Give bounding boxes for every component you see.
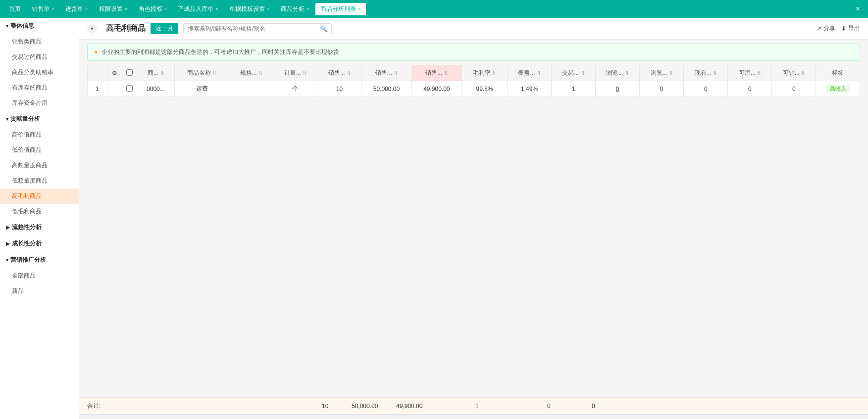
col-unit[interactable]: 计量... ⇅ [273,65,317,81]
cell-index: 1 [88,81,107,97]
close-all-button[interactable]: × [852,4,864,13]
sidebar-item-low-margin[interactable]: 低毛利商品 [0,204,79,219]
col-transaction[interactable]: 交易... ⇅ [552,65,596,81]
info-bar: ✦ 企业的主要的利润都是这部分商品创造的，可考虑加大推广，同时关注库存是不要出现… [87,44,860,61]
sidebar-item-high-freq[interactable]: 高频量度商品 [0,158,79,173]
col-name[interactable]: 商品名称 ⇅ [174,65,229,81]
close-analysis-tab[interactable]: × [306,6,309,12]
col-coverage[interactable]: 覆盖... ⇅ [508,65,552,81]
content-area: « 高毛利商品 近一月 🔍 ↗ 分享 ⬇ 导出 ✦ 企业的主要的利润都是这部 [79,18,868,419]
nav-tab-analysis-list[interactable]: 商品分析列表 × [315,3,366,15]
close-sales-tab[interactable]: × [51,6,54,12]
cell-spec [229,81,273,97]
col-saleable-stock[interactable]: 可销... ⇅ [772,65,816,81]
sidebar-items-contribution: 高价值商品 低价值商品 高频量度商品 低频量度商品 高毛利商品 低毛利商品 [0,127,79,219]
col-settings[interactable]: ⚙ [107,65,122,81]
cell-sales-amount: 50,000.00 [361,81,411,97]
sort-icon-views1: ⇅ [625,70,629,76]
sidebar-item-category-rate[interactable]: 商品分类助销率 [0,65,79,80]
sidebar-items-marketing: 全部商品 新品 [0,268,79,299]
close-permission-tab[interactable]: × [125,6,128,12]
nav-tab-template[interactable]: 单据模板设置 × [224,3,275,15]
col-sales-profit[interactable]: 销售... ⇅ [411,65,461,81]
search-icon[interactable]: 🔍 [320,25,327,32]
top-navigation: 首页 销售单 × 进货单 × 权限设置 × 角色授权 × 产成品入库单 × 单据… [0,0,868,18]
col-spec[interactable]: 规格... ⇅ [229,65,273,81]
close-product-in-tab[interactable]: × [215,6,218,12]
cell-unit: 个 [273,81,317,97]
footer-cells: 10 50,000.00 49,900.00 1 0 0 [110,403,860,410]
footer-transaction: 1 [427,403,526,410]
sidebar-item-low-freq[interactable]: 低频量度商品 [0,173,79,188]
col-current-stock[interactable]: 现有... ⇅ [684,65,728,81]
nav-tab-permission[interactable]: 权限设置 × [94,3,133,15]
nav-tab-home[interactable]: 首页 [4,3,26,15]
arrow-icon: ▾ [6,23,8,29]
cell-available-stock: 0 [728,81,772,97]
close-analysis-list-tab[interactable]: × [358,6,361,12]
sidebar-group-overview[interactable]: ▾ 整体信息 [0,18,79,34]
sidebar-group-trend[interactable]: ▶ 流趋性分析 [0,219,79,235]
cell-tag: 高收入 [816,81,860,97]
cell-current-stock: 0 [684,81,728,97]
sidebar-item-all-goods[interactable]: 全部商品 [0,268,79,283]
tag-badge: 高收入 [827,85,849,93]
sort-icon-unit: ⇅ [303,70,306,76]
close-role-tab[interactable]: × [164,6,167,12]
nav-tab-sales[interactable]: 销售单 × [27,3,59,15]
share-button[interactable]: ↗ 分享 [817,24,835,33]
sidebar-item-new-goods[interactable]: 新品 [0,283,79,299]
horizontal-scrollbar[interactable] [79,414,868,419]
col-code[interactable]: 商... ⇅ [137,65,175,81]
cell-views1[interactable]: 0 [596,81,640,97]
sort-icon-spec: ⇅ [258,70,262,76]
sort-icon-name: ⇅ [212,70,216,76]
col-sales-amount[interactable]: 销售... ⇅ [361,65,411,81]
sidebar-group-growth[interactable]: ▶ 成长性分析 [0,235,79,252]
nav-tab-purchase[interactable]: 进货单 × [60,3,93,15]
cell-transaction: 1 [552,81,596,97]
cell-coverage: 1.49% [508,81,552,97]
settings-icon[interactable]: ⚙ [112,70,117,77]
export-button[interactable]: ⬇ 导出 [841,24,860,33]
sidebar-group-marketing[interactable]: ▾ 营销推广分析 [0,252,79,268]
col-views2[interactable]: 浏览... ⇅ [640,65,684,81]
col-index [88,65,107,81]
sidebar-item-traded-goods[interactable]: 交易过的商品 [0,49,79,65]
col-gross-margin[interactable]: 毛利率 ⇅ [461,65,507,81]
col-views1[interactable]: 浏览... ⇅ [596,65,640,81]
info-icon: ✦ [94,49,99,56]
nav-tab-role[interactable]: 角色授权 × [134,3,172,15]
sidebar-item-high-margin[interactable]: 高毛利商品 [0,188,79,204]
sidebar-item-stocked-goods[interactable]: 有库存的商品 [0,80,79,95]
sidebar-items-overview: 销售类商品 交易过的商品 商品分类助销率 有库存的商品 库存资金占用 [0,34,79,111]
row-checkbox[interactable] [126,85,133,92]
sort-icon-margin: ⇅ [492,70,496,76]
col-available-stock[interactable]: 可用... ⇅ [728,65,772,81]
select-all-checkbox[interactable] [126,69,133,76]
search-input[interactable] [188,25,320,32]
close-purchase-tab[interactable]: × [85,6,88,12]
time-filter-button[interactable]: 近一月 [151,23,178,34]
table-wrapper[interactable]: ⚙ 商... ⇅ 商品名称 ⇅ [79,65,868,397]
col-sales-qty[interactable]: 销售... ⇅ [317,65,361,81]
footer-sales-qty: 10 [110,403,338,410]
sidebar-item-stock-capital[interactable]: 库存资金占用 [0,95,79,111]
nav-tab-product-in[interactable]: 产成品入库单 × [173,3,223,15]
footer-sales-profit: 49,900.00 [383,403,427,410]
sort-icon-profit: ⇅ [444,70,448,76]
search-box: 🔍 [183,23,332,34]
sidebar-group-contribution[interactable]: ▾ 贡献量分析 [0,111,79,127]
arrow-icon-2: ▾ [6,116,8,122]
col-checkbox[interactable] [122,65,137,81]
col-tag[interactable]: 标签 [816,65,860,81]
cell-checkbox[interactable] [122,81,137,97]
nav-tab-analysis[interactable]: 商品分析 × [276,3,314,15]
collapse-sidebar-button[interactable]: « [87,24,97,34]
close-template-tab[interactable]: × [267,6,270,12]
sidebar-item-high-value[interactable]: 高价值商品 [0,127,79,142]
arrow-icon-4: ▶ [6,241,10,246]
info-text: 企业的主要的利润都是这部分商品创造的，可考虑加大推广，同时关注库存是不要出现缺货 [102,48,339,56]
sidebar-item-sales-goods[interactable]: 销售类商品 [0,34,79,49]
sidebar-item-low-value[interactable]: 低价值商品 [0,142,79,158]
